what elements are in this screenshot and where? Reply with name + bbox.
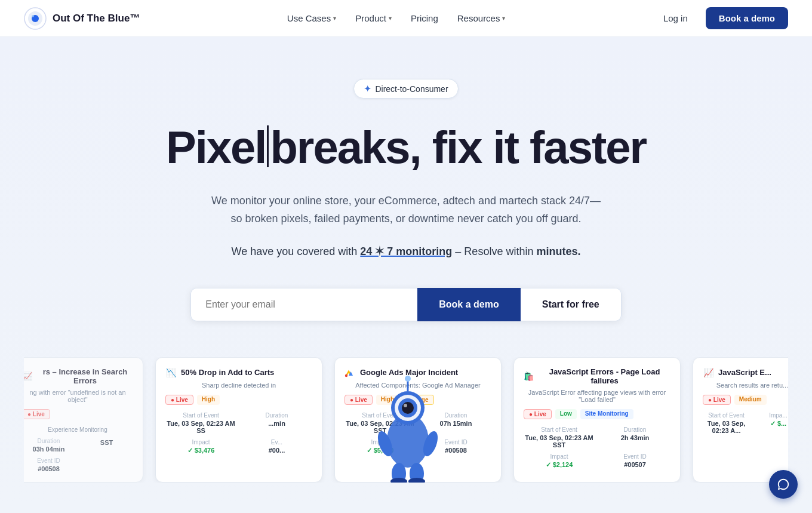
incident-card: 🛍️ JavaScript Errors - Page Load failure…	[513, 357, 681, 483]
chevron-down-icon: ▾	[502, 15, 505, 21]
event-id-field: Event ID #00508	[24, 457, 75, 472]
nav-item-pricing[interactable]: Pricing	[402, 8, 447, 28]
card-icon: 📈	[703, 367, 713, 378]
badge-label: Direct-to-Consumer	[375, 84, 448, 94]
card-icon: 📉	[165, 367, 176, 378]
coverage-bold: minutes.	[536, 245, 580, 257]
tag-live: ● Live	[345, 395, 373, 405]
chevron-down-icon: ▾	[389, 15, 392, 21]
card-monitor-tag: Experience Monitoring	[24, 426, 133, 433]
tag-live: ● Live	[524, 409, 552, 419]
duration-field: Duration 2h 43min	[599, 426, 670, 449]
badge-star-icon: ✦	[364, 83, 371, 94]
card-title: 50% Drop in Add to Carts	[181, 368, 274, 377]
card-title: rs – Increase in Search Errors	[37, 367, 133, 385]
impact-field: Impact ✓ $3,476	[165, 439, 236, 454]
hero-title: Pixel breaks, fix it faster	[166, 122, 646, 173]
title-cursor	[267, 125, 269, 167]
impact-field: Impact ✓ $5,010	[345, 439, 416, 454]
incident-card: 📈 rs – Increase in Search Errors ng with…	[24, 357, 143, 483]
cards-row: 📈 rs – Increase in Search Errors ng with…	[24, 357, 788, 483]
event-id-field: Ev... #00...	[241, 439, 312, 454]
card-icon	[345, 367, 355, 378]
card-description: Search results are retu...	[703, 382, 788, 389]
tag-high: High	[197, 395, 220, 405]
event-id-field: Event ID #00507	[599, 453, 670, 469]
incident-card: 📉 50% Drop in Add to Carts Sharp decline…	[155, 357, 322, 483]
tag-low: Low	[555, 409, 577, 419]
coverage-highlight: 24 ✶ 7 monitoring	[360, 245, 452, 257]
duration-field: Duration 03h 04min	[24, 438, 75, 453]
login-button[interactable]: Log in	[653, 8, 699, 28]
card-description: JavaScript Error affecting page views wi…	[524, 389, 670, 403]
nav-links: Use Cases ▾ Product ▾ Pricing Resources …	[279, 8, 514, 28]
impact-field: Impa... ✓ $...	[755, 412, 788, 434]
card-icon: 🛍️	[524, 371, 534, 382]
chat-button[interactable]	[769, 470, 798, 499]
nav-item-resources[interactable]: Resources ▾	[449, 8, 514, 28]
start-event-field: Start of Event Tue, 03 Sep, 02:23 A...	[703, 412, 750, 434]
nav-item-use-cases[interactable]: Use Cases ▾	[279, 8, 345, 28]
hero-subtitle: We monitor your online store, your eComm…	[211, 192, 601, 228]
tag-live: ● Live	[165, 395, 193, 405]
card-description: Sharp decline detected in	[165, 382, 312, 389]
tag-live: ● Live	[24, 409, 50, 419]
navbar: Out Of The Blue™ Use Cases ▾ Product ▾ P…	[0, 0, 812, 37]
incident-card: Google Ads Major Incident Affected Compo…	[334, 357, 502, 483]
cards-section: 📈 rs – Increase in Search Errors ng with…	[24, 357, 788, 483]
impact-field: Impact ✓ $2,124	[524, 453, 595, 469]
hero-coverage: We have you covered with 24 ✶ 7 monitori…	[232, 245, 581, 258]
tag-outage: Outage	[402, 395, 433, 405]
book-demo-hero-button[interactable]: Book a demo	[417, 288, 520, 321]
book-demo-nav-button[interactable]: Book a demo	[706, 7, 788, 29]
tag-high: High	[376, 395, 399, 405]
duration-field: Duration ...min	[241, 412, 312, 434]
logo-text: Out Of The Blue™	[53, 13, 140, 24]
start-event-field: Start of Event Tue, 03 Sep, 02:23 AM SST	[345, 412, 416, 434]
incident-card: 📈 JavaScript E... Search results are ret…	[693, 357, 788, 483]
nav-right: Log in Book a demo	[653, 7, 788, 29]
hero-section: ✦ Direct-to-Consumer Pixel breaks, fix i…	[0, 37, 812, 506]
event-id-field: Event ID #00508	[420, 439, 491, 454]
card-title: JavaScript E...	[718, 368, 771, 377]
nav-item-product[interactable]: Product ▾	[347, 8, 400, 28]
start-event-field: Start of Event Tue, 03 Sep, 02:23 AM SST	[524, 426, 595, 449]
svg-point-4	[345, 374, 347, 377]
card-icon: 📈	[24, 371, 32, 382]
card-description: ng with error "undefined is not an objec…	[24, 389, 133, 403]
email-input[interactable]	[190, 288, 417, 321]
card-title: JavaScript Errors - Page Load failures	[539, 367, 670, 385]
duration-field: Duration 07h 15min	[420, 412, 491, 434]
card-description: Affected Components: Google Ad Manager	[345, 382, 491, 389]
start-free-button[interactable]: Start for free	[521, 288, 622, 321]
sst-field: SST	[80, 438, 133, 453]
tag-live: ● Live	[703, 395, 731, 405]
tag-medium: Medium	[734, 395, 767, 405]
badge: ✦ Direct-to-Consumer	[353, 79, 458, 99]
start-event-field: Start of Event Tue, 03 Sep, 02:23 AM SS	[165, 412, 236, 434]
title-right: breaks, fix it faster	[270, 122, 646, 173]
chevron-down-icon: ▾	[333, 15, 336, 21]
logo[interactable]: Out Of The Blue™	[24, 7, 140, 30]
title-left: Pixel	[166, 122, 266, 173]
tag-monitor: Site Monitoring	[580, 409, 633, 419]
svg-point-3	[32, 15, 34, 17]
card-title: Google Ads Major Incident	[360, 368, 458, 377]
cta-row: Book a demo Start for free	[190, 288, 622, 321]
